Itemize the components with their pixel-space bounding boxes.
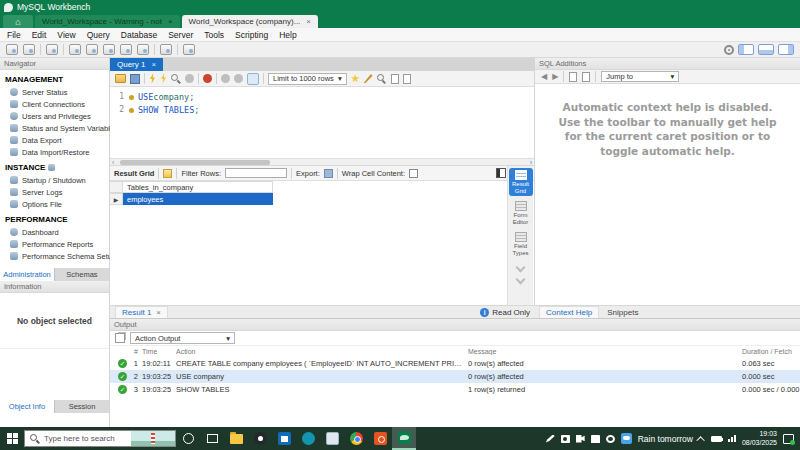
menu-edit[interactable]: Edit [32, 30, 47, 40]
toggle-left-sidebar-button[interactable] [738, 44, 754, 55]
editor-horizontal-scrollbar[interactable]: ‹ › [110, 158, 534, 166]
cortana-button[interactable] [176, 427, 200, 450]
new-query-tab-button[interactable] [6, 44, 18, 55]
wrap-cell-content-icon[interactable] [409, 169, 418, 178]
toggle-right-sidebar-button[interactable] [778, 44, 794, 55]
taskbar-clock[interactable]: 19:03 08/03/2025 [742, 430, 777, 448]
invisible-chars-icon[interactable] [391, 74, 399, 84]
tab-object-info[interactable]: Object Info [0, 400, 54, 413]
notepad-button[interactable] [320, 427, 344, 450]
capture-folder-icon[interactable] [591, 435, 600, 443]
camera-icon[interactable] [561, 435, 570, 443]
preferences-gear-icon[interactable] [724, 45, 734, 55]
create-function-button[interactable] [137, 44, 149, 55]
output-row-3[interactable]: ✓ 3 19:03:25 SHOW TABLES 1 row(s) return… [110, 383, 800, 396]
chrome-button[interactable] [344, 427, 368, 450]
field-types-view-button[interactable]: Field Types [509, 230, 533, 258]
teal-app-button[interactable] [296, 427, 320, 450]
taskbar-search-input[interactable]: Type here to search [24, 430, 176, 447]
tab-result1[interactable]: Result 1 × [115, 306, 168, 318]
close-icon[interactable]: × [306, 17, 311, 26]
context-help-icon[interactable] [569, 72, 577, 82]
scrollbar-thumb[interactable] [120, 160, 270, 165]
tab-world-workspace-warning[interactable]: World_Workspace - Warning - not × [35, 15, 180, 28]
create-schema-button[interactable] [69, 44, 81, 55]
column-header-tables-in-company[interactable]: Tables_in_company [123, 181, 273, 193]
create-procedure-button[interactable] [120, 44, 132, 55]
sidebar-item-performance-schema-setup[interactable]: Performance Schema Setup [0, 250, 109, 262]
output-type-dropdown[interactable]: Action Output ▾ [130, 332, 235, 344]
back-icon[interactable]: ◀ [541, 72, 547, 81]
menu-view[interactable]: View [57, 30, 75, 40]
form-editor-view-button[interactable]: Form Editor [509, 199, 533, 227]
grid-data-row[interactable]: ▶ employees [110, 193, 280, 205]
sidebar-item-users-privileges[interactable]: Users and Privileges [0, 110, 109, 122]
sidebar-item-data-import[interactable]: Data Import/Restore [0, 146, 109, 158]
save-snippet-icon[interactable] [351, 74, 360, 83]
sidebar-item-client-connections[interactable]: Client Connections [0, 98, 109, 110]
orange-app-button[interactable] [368, 427, 392, 450]
toggle-bottom-panel-button[interactable] [758, 44, 774, 55]
tab-session[interactable]: Session [54, 400, 109, 413]
row-limit-dropdown[interactable]: Limit to 1000 rows ▾ [268, 73, 347, 85]
sql-code-editor[interactable]: 1 USE company; 2 SHOW TABLES; [110, 87, 534, 158]
sidebar-item-data-export[interactable]: Data Export [0, 134, 109, 146]
task-view-button[interactable] [200, 427, 224, 450]
tab-context-help[interactable]: Context Help [539, 306, 599, 318]
github-button[interactable] [248, 427, 272, 450]
execute-current-icon[interactable] [160, 73, 167, 84]
sidebar-item-options-file[interactable]: Options File [0, 198, 109, 210]
filter-rows-input[interactable] [225, 168, 287, 178]
network-icon[interactable] [728, 435, 736, 442]
explain-plan-icon[interactable] [171, 74, 181, 84]
menu-query[interactable]: Query [87, 30, 110, 40]
sidebar-item-startup-shutdown[interactable]: Startup / Shutdown [0, 174, 109, 186]
hidden-icons-chevron-icon[interactable] [696, 436, 704, 444]
sidebar-item-dashboard[interactable]: Dashboard [0, 226, 109, 238]
toggle-auto-help-icon[interactable] [582, 72, 590, 82]
file-explorer-button[interactable] [224, 427, 248, 450]
autocommit-toggle-icon[interactable] [247, 73, 259, 85]
mysql-workbench-taskbar-button[interactable] [392, 427, 416, 450]
reconnect-button[interactable] [183, 44, 195, 55]
wrap-text-icon[interactable] [403, 74, 411, 84]
toggle-stop-on-error-icon[interactable] [203, 74, 212, 83]
battery-icon[interactable] [711, 436, 722, 442]
start-button[interactable] [0, 427, 24, 450]
pen-tool-icon[interactable] [546, 435, 555, 443]
weather-label[interactable]: Rain tomorrow [638, 434, 693, 444]
save-icon[interactable] [130, 74, 140, 84]
close-icon[interactable]: × [168, 17, 173, 26]
new-connection-button[interactable] [46, 44, 58, 55]
execute-statement-icon[interactable] [149, 73, 156, 84]
home-tab[interactable]: ⌂ [3, 15, 33, 28]
tab-world-workspace-company[interactable]: World_Workspace (company)... × [182, 15, 318, 28]
result-grid-view-button[interactable]: Result Grid [509, 168, 533, 196]
create-table-button[interactable] [86, 44, 98, 55]
panel-layout-icon[interactable] [496, 168, 506, 178]
tab-query1[interactable]: Query 1 × [110, 58, 163, 71]
sidebar-item-status-variables[interactable]: Status and System Variables [0, 122, 109, 134]
menu-database[interactable]: Database [121, 30, 157, 40]
menu-scripting[interactable]: Scripting [235, 30, 268, 40]
tab-schemas[interactable]: Schemas [54, 268, 109, 281]
close-icon[interactable]: × [156, 308, 161, 317]
menu-file[interactable]: File [7, 30, 21, 40]
capture-settings-gear-icon[interactable] [606, 435, 615, 443]
export-icon[interactable] [324, 169, 333, 178]
sidebar-item-server-logs[interactable]: Server Logs [0, 186, 109, 198]
sidebar-item-server-status[interactable]: Server Status [0, 86, 109, 98]
video-recorder-icon[interactable] [576, 435, 585, 443]
open-file-icon[interactable] [115, 74, 126, 83]
create-view-button[interactable] [103, 44, 115, 55]
output-row-2[interactable]: ✓ 2 19:03:25 USE company 0 row(s) affect… [110, 370, 800, 383]
jump-to-dropdown[interactable]: Jump to ▾ [601, 71, 679, 82]
tab-snippets[interactable]: Snippets [601, 308, 644, 317]
sidebar-item-performance-reports[interactable]: Performance Reports [0, 238, 109, 250]
open-script-button[interactable] [23, 44, 35, 55]
forward-icon[interactable]: ▶ [552, 72, 558, 81]
search-data-button[interactable] [160, 44, 172, 55]
menu-server[interactable]: Server [168, 30, 193, 40]
menu-help[interactable]: Help [279, 30, 296, 40]
output-row-1[interactable]: ✓ 1 19:02:11 CREATE TABLE company employ… [110, 357, 800, 370]
